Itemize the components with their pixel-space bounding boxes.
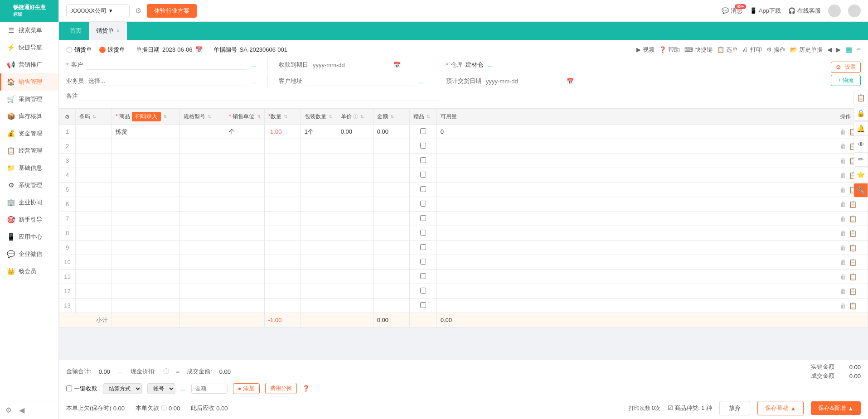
row-product[interactable]: 拣货 <box>112 125 180 139</box>
row-gift[interactable] <box>409 197 436 212</box>
row-copy-icon[interactable]: 📋 <box>849 288 857 295</box>
payment-method-select[interactable]: 结算方式 <box>103 383 142 394</box>
one-click-pay-checkbox[interactable]: 一键收款 <box>66 385 97 393</box>
row-price[interactable]: 0.00 <box>337 125 373 139</box>
row-spec[interactable] <box>180 168 225 183</box>
list-view-icon[interactable]: ≡ <box>857 46 861 54</box>
row-qty[interactable] <box>264 270 301 284</box>
row-unit[interactable] <box>225 270 265 284</box>
row-spec[interactable] <box>180 197 225 212</box>
print-action[interactable]: 🖨 打印 <box>742 46 762 54</box>
row-unit[interactable] <box>225 299 265 313</box>
row-qty[interactable] <box>264 212 301 226</box>
row-delete-icon[interactable]: 🗑 <box>840 288 846 295</box>
row-price[interactable] <box>337 299 373 313</box>
scan-button[interactable]: 扫码录入 <box>132 112 161 121</box>
row-price[interactable] <box>337 197 373 212</box>
row-spec[interactable] <box>180 284 225 299</box>
row-gift-checkbox[interactable] <box>420 302 426 308</box>
row-delete-icon[interactable]: 🗑 <box>840 157 846 164</box>
row-gift-checkbox[interactable] <box>420 244 426 250</box>
row-delete-icon[interactable]: 🗑 <box>840 273 846 280</box>
row-gift[interactable] <box>409 270 436 284</box>
row-qty[interactable] <box>264 183 301 197</box>
row-qty[interactable] <box>264 139 301 154</box>
sidebar-item-marketing[interactable]: 📢营销推广 <box>0 56 58 73</box>
row-qty[interactable]: -1.00 <box>264 125 301 139</box>
row-unit[interactable] <box>225 168 265 183</box>
row-amount[interactable] <box>373 284 409 299</box>
row-pkg-qty[interactable] <box>301 168 337 183</box>
row-qty[interactable] <box>264 154 301 168</box>
tab-sales-order[interactable]: 销货单 × <box>89 22 127 40</box>
rfloat-bell[interactable]: 🔔 <box>853 121 868 136</box>
sidebar-item-search-order[interactable]: ☰搜索菜单 <box>0 22 58 39</box>
help-circle-icon[interactable]: ⓘ <box>163 367 169 376</box>
row-product[interactable] <box>112 168 180 183</box>
sidebar-item-basic-info[interactable]: 📁基础信息 <box>0 159 58 177</box>
operate-action[interactable]: ⚙ 操作 <box>766 46 786 54</box>
row-gift[interactable] <box>409 241 436 255</box>
row-gift-checkbox[interactable] <box>420 259 426 265</box>
row-product[interactable] <box>112 270 180 284</box>
customer-addr-input[interactable] <box>305 76 414 86</box>
row-amount[interactable] <box>373 270 409 284</box>
row-price[interactable] <box>337 183 373 197</box>
sidebar-item-wechat[interactable]: 💬企业微信 <box>0 246 58 263</box>
expense-help-icon[interactable]: ❓ <box>302 385 310 392</box>
logistics-button[interactable]: + 物流 <box>831 75 861 86</box>
addr-more-icon[interactable]: ... <box>419 78 424 85</box>
video-action[interactable]: ▶ 视频 <box>636 46 655 54</box>
row-gift-checkbox[interactable] <box>420 128 426 134</box>
nav-next-icon[interactable]: ▶ <box>836 46 841 53</box>
row-copy-icon[interactable]: 📋 <box>849 259 857 266</box>
row-gift[interactable] <box>409 154 436 168</box>
row-price[interactable] <box>337 270 373 284</box>
row-gift-checkbox[interactable] <box>420 143 426 149</box>
sidebar-collapse-icon[interactable]: ◀ <box>19 406 24 414</box>
row-barcode[interactable] <box>76 270 112 284</box>
row-qty[interactable] <box>264 284 301 299</box>
row-barcode[interactable] <box>76 197 112 212</box>
salesperson-input[interactable] <box>87 76 247 86</box>
row-delete-icon[interactable]: 🗑 <box>840 143 846 150</box>
company-selector[interactable]: XXXXXX公司 ▾ <box>66 5 130 17</box>
row-amount[interactable] <box>373 183 409 197</box>
row-barcode[interactable] <box>76 299 112 313</box>
row-pkg-qty[interactable] <box>301 226 337 241</box>
row-barcode[interactable] <box>76 154 112 168</box>
row-gift[interactable] <box>409 226 436 241</box>
row-gift[interactable] <box>409 125 436 139</box>
row-unit[interactable] <box>225 154 265 168</box>
expense-button[interactable]: 费用分摊 <box>265 383 297 394</box>
row-price[interactable] <box>337 212 373 226</box>
settings-button[interactable]: ⚙ 设置 <box>831 62 861 73</box>
sidebar-item-business-mgmt[interactable]: 📋经营管理 <box>0 142 58 159</box>
row-copy-icon[interactable]: 📋 <box>849 215 857 222</box>
row-gift[interactable] <box>409 284 436 299</box>
row-copy-icon[interactable]: 📋 <box>849 230 857 237</box>
row-gift[interactable] <box>409 183 436 197</box>
row-unit[interactable] <box>225 284 265 299</box>
row-delete-icon[interactable]: 🗑 <box>840 128 846 135</box>
row-gift-checkbox[interactable] <box>420 230 426 236</box>
row-delete-icon[interactable]: 🗑 <box>840 230 846 237</box>
one-click-pay-input[interactable] <box>66 385 72 391</box>
row-spec[interactable] <box>180 154 225 168</box>
receipt-date-input[interactable] <box>311 60 391 70</box>
row-price[interactable] <box>337 139 373 154</box>
save-draft-button[interactable]: 保存草稿 ▲ <box>757 401 804 415</box>
rfloat-star[interactable]: ⭐ <box>853 168 868 182</box>
row-unit[interactable] <box>225 212 265 226</box>
row-delete-icon[interactable]: 🗑 <box>840 201 846 208</box>
row-delete-icon[interactable]: 🗑 <box>840 259 846 266</box>
row-gift-checkbox[interactable] <box>420 201 426 207</box>
nav-prev-icon[interactable]: ◀ <box>827 46 832 53</box>
tab-close-icon[interactable]: × <box>116 28 120 34</box>
row-barcode[interactable] <box>76 139 112 154</box>
row-product[interactable] <box>112 255 180 270</box>
row-unit[interactable] <box>225 226 265 241</box>
sidebar-item-sales-mgmt[interactable]: 🏠销售管理 <box>0 73 58 91</box>
row-pkg-qty[interactable] <box>301 255 337 270</box>
sidebar-item-member[interactable]: 👑畅会员 <box>0 263 58 280</box>
